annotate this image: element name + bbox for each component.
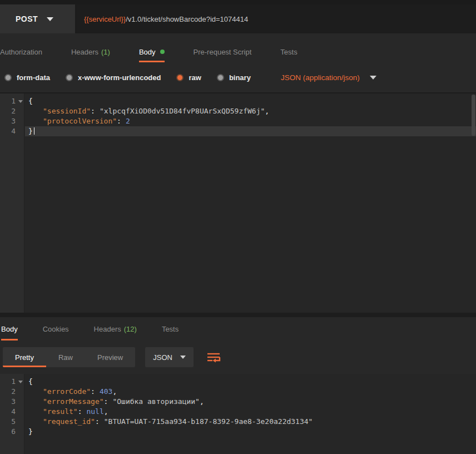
json-colon: : [104,397,108,406]
code-area[interactable]: { "errorCode":403, "errorMessage":"Ошибк… [25,374,476,454]
tab-authorization[interactable]: Authorization [0,41,42,62]
preview-button[interactable]: Preview [85,347,135,367]
response-body-editor[interactable]: 1 2 3 4 5 6 { "errorCode":403, "errorMes… [0,374,476,454]
request-url-bar: POST {{serviceUrl}}/v1.0/ticket/showBarc… [0,4,476,33]
tab-label: Tests [280,48,297,56]
json-number-value: 2 [126,117,130,125]
code-line: "protocolVersion":2 [25,116,476,126]
json-comma: , [112,387,117,396]
body-mode-row: form-data x-www-form-urlencoded raw bina… [0,62,476,93]
line-number: 5 [0,417,24,427]
json-colon: : [78,407,82,416]
tab-pre-request-script[interactable]: Pre-request Script [194,41,252,62]
line-number: 2 [0,387,24,397]
fold-icon[interactable] [18,100,23,103]
mode-label: form-data [17,73,50,82]
json-null-value: null [86,407,103,416]
json-colon: : [91,107,95,115]
line-number: 3 [0,116,24,126]
response-tab-tests[interactable]: Tests [162,317,178,340]
url-path: /v1.0/ticket/showBarcode?id=1074414 [126,15,248,23]
response-tabs: Body Cookies Headers(12) Tests [0,317,476,340]
mode-raw[interactable]: raw [176,73,201,82]
tab-label: Headers [71,48,98,56]
postman-window: POST {{serviceUrl}}/v1.0/ticket/showBarc… [0,0,476,454]
wrap-lines-icon [206,352,221,363]
json-key: "request_id" [43,417,95,426]
json-colon: : [95,417,100,426]
line-number: 3 [0,397,24,407]
tab-headers[interactable]: Headers(1) [71,41,110,62]
editor-gutter: 1 2 3 4 [0,93,24,313]
tab-label: Cookies [43,325,69,333]
code-line: "sessionId":"xlpcqfXiOD0dv51D84fvP8UArSx… [25,106,476,116]
response-toolbar: Pretty Raw Preview JSON [0,340,476,374]
content-type-dropdown[interactable]: JSON (application/json) [281,73,376,82]
code-line: } [25,427,476,437]
raw-button[interactable]: Raw [46,347,85,367]
code-line: "result":null, [25,407,476,417]
method-label: POST [16,14,38,23]
language-label: JSON [153,353,172,362]
tab-tests[interactable]: Tests [280,41,297,62]
tab-body[interactable]: Body [139,41,165,62]
code-line: { [25,96,476,106]
url-input[interactable]: {{serviceUrl}}/v1.0/ticket/showBarcode?i… [76,4,476,33]
chevron-down-icon [47,17,53,21]
url-variable: {{serviceUrl}} [84,15,126,23]
mode-x-www-form-urlencoded[interactable]: x-www-form-urlencoded [66,73,161,82]
tab-label: Tests [162,325,178,333]
tab-label: Body [139,48,156,56]
json-comma: , [104,407,108,416]
radio-unselected-icon [217,74,224,81]
headers-count-badge: (12) [124,325,137,333]
code-line: "errorCode":403, [25,387,476,397]
tab-label: Body [1,325,18,333]
response-tab-headers[interactable]: Headers(12) [94,317,137,340]
headers-count-badge: (1) [101,48,110,56]
method-dropdown[interactable]: POST [0,4,76,33]
json-number-value: 403 [100,387,112,396]
mode-binary[interactable]: binary [217,73,251,82]
request-tabs: Authorization Headers(1) Body Pre-reques… [0,41,476,62]
view-mode-segment: Pretty Raw Preview [3,347,135,367]
scrollbar-thumb[interactable] [472,95,475,136]
response-tab-cookies[interactable]: Cookies [43,317,69,340]
line-number: 4 [0,407,24,417]
fold-icon[interactable] [18,381,23,383]
code-area[interactable]: { "sessionId":"xlpcqfXiOD0dv51D84fvP8UAr… [25,93,476,313]
tab-label: Pre-request Script [194,48,252,56]
json-key: "result" [43,407,78,416]
json-string-value: "BTUAT=UAT-715aa934-b187-8392-9ae8-3e20a… [104,417,313,426]
mode-form-data[interactable]: form-data [4,73,50,82]
json-comma: , [200,397,204,406]
json-key: "errorCode" [43,387,91,396]
mode-label: x-www-form-urlencoded [78,73,161,82]
json-string-value: "xlpcqfXiOD0dv51D84fvP8UArSxQD59zfW6j" [100,107,265,115]
json-brace: { [28,377,33,386]
code-line-active: } [25,126,476,136]
pretty-button[interactable]: Pretty [3,347,46,367]
response-language-dropdown[interactable]: JSON [145,347,194,367]
json-comma: , [265,107,269,115]
editor-gutter: 1 2 3 4 5 6 [0,374,24,454]
radio-selected-icon [176,74,184,81]
json-key: "errorMessage" [43,397,104,406]
response-tab-body[interactable]: Body [1,317,18,340]
request-body-editor[interactable]: 1 2 3 4 { "sessionId":"xlpcqfXiOD0dv51D8… [0,93,476,313]
radio-unselected-icon [4,74,12,81]
line-number: 1 [0,377,24,387]
line-number: 4 [0,126,24,136]
wrap-lines-button[interactable] [204,347,224,367]
json-string-value: "Ошибка авторизации" [112,397,200,406]
content-type-label: JSON (application/json) [281,73,360,82]
tab-label: Authorization [0,48,42,56]
json-brace: { [28,97,33,105]
chevron-down-icon [180,356,186,359]
mode-label: binary [229,73,251,82]
code-line: "request_id":"BTUAT=UAT-715aa934-b187-83… [25,417,476,427]
text-caret [34,127,35,135]
code-line: { [25,377,476,387]
json-key: "sessionId" [43,107,91,115]
json-colon: : [117,117,121,125]
